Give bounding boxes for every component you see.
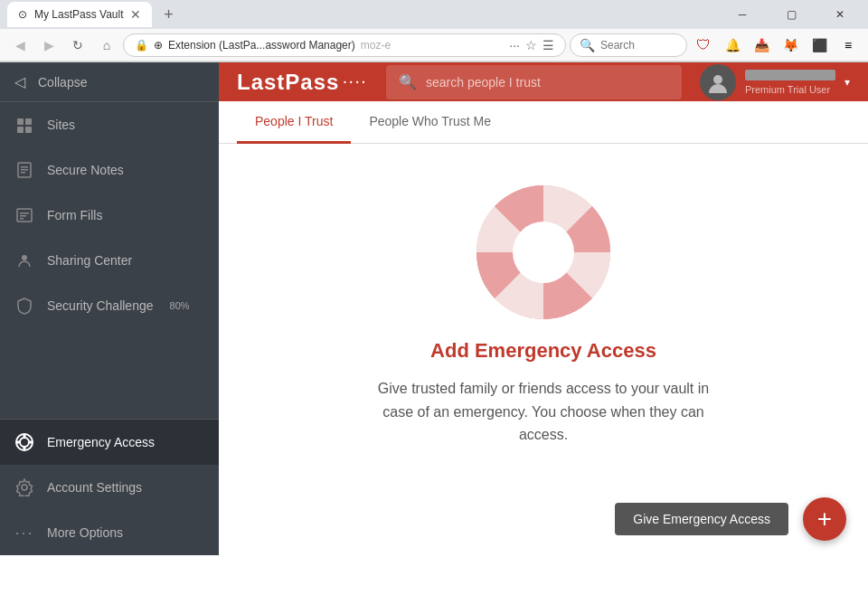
svg-rect-16 xyxy=(24,447,26,451)
svg-rect-1 xyxy=(25,118,32,125)
user-name-bar xyxy=(745,70,835,80)
sites-icon xyxy=(14,115,34,135)
svg-rect-15 xyxy=(24,434,26,439)
security-challenge-label: Security Challenge xyxy=(47,298,154,313)
bookmark-icon[interactable]: ☆ xyxy=(525,38,537,52)
emergency-access-label: Emergency Access xyxy=(47,435,155,449)
user-info: Premium Trial User xyxy=(745,70,835,95)
tab-title: My LastPass Vault xyxy=(34,8,123,21)
svg-point-19 xyxy=(22,485,27,490)
new-tab-button[interactable]: + xyxy=(156,2,181,27)
sharing-center-icon xyxy=(14,250,34,270)
header-search[interactable]: 🔍 xyxy=(386,65,682,99)
sidebar-item-sharing-center[interactable]: Sharing Center xyxy=(0,238,219,283)
tab-close-button[interactable]: ✕ xyxy=(130,7,141,22)
sidebar-item-secure-notes[interactable]: Secure Notes xyxy=(0,147,219,193)
maximize-button[interactable]: ▢ xyxy=(770,0,812,29)
title-bar: ⊙ My LastPass Vault ✕ + ─ ▢ ✕ xyxy=(0,0,868,29)
fab-plus-icon: + xyxy=(817,506,832,532)
search-input[interactable] xyxy=(600,39,673,52)
refresh-button[interactable]: ↻ xyxy=(65,33,90,58)
account-settings-icon xyxy=(14,477,34,497)
security-badge: 80% xyxy=(170,300,190,311)
sharing-center-label: Sharing Center xyxy=(47,253,132,268)
secure-notes-icon xyxy=(14,160,34,180)
give-emergency-access-button[interactable]: Give Emergency Access xyxy=(615,503,788,535)
svg-rect-2 xyxy=(17,127,24,133)
minimize-button[interactable]: ─ xyxy=(722,0,763,29)
user-dropdown-arrow[interactable]: ▾ xyxy=(844,76,850,89)
app-container: ◁ Collapse Sites xyxy=(0,62,868,555)
svg-rect-11 xyxy=(20,218,24,220)
address-bar-icons: ··· ☆ ☰ xyxy=(509,38,554,52)
empty-state-description: Give trusted family or friends access to… xyxy=(372,377,715,447)
reader-icon[interactable]: ☰ xyxy=(542,38,554,52)
header-search-input[interactable] xyxy=(426,75,669,90)
bottom-actions: Give Emergency Access + xyxy=(219,483,868,555)
svg-point-20 xyxy=(713,75,722,84)
lastpass-toolbar-icon[interactable]: 🛡 xyxy=(691,33,716,58)
forward-button[interactable]: ▶ xyxy=(36,33,61,58)
sites-label: Sites xyxy=(47,118,75,132)
alert-toolbar-icon[interactable]: 🔔 xyxy=(720,33,745,58)
account-settings-label: Account Settings xyxy=(47,480,142,495)
lastpass-logo: LastPass ···· xyxy=(237,70,368,95)
extra-toolbar-icon[interactable]: ⬛ xyxy=(807,33,832,58)
address-short: moz-e xyxy=(361,39,391,52)
tabs-bar: People I Trust People Who Trust Me xyxy=(219,101,868,144)
address-text: Extension (LastPa...assword Manager) xyxy=(168,39,355,52)
svg-point-24 xyxy=(513,222,574,283)
sidebar: ◁ Collapse Sites xyxy=(0,62,219,555)
address-bar[interactable]: 🔒 ⊕ Extension (LastPa...assword Manager)… xyxy=(123,33,566,57)
back-button[interactable]: ◀ xyxy=(7,33,33,58)
tab-people-who-trust-me[interactable]: People Who Trust Me xyxy=(351,101,509,144)
nav-bar: ◀ ▶ ↻ ⌂ 🔒 ⊕ Extension (LastPa...assword … xyxy=(0,29,868,61)
svg-rect-10 xyxy=(20,215,26,217)
form-fills-icon xyxy=(14,205,34,225)
tab-people-i-trust[interactable]: People I Trust xyxy=(237,101,351,144)
menu-button[interactable]: ≡ xyxy=(835,33,861,58)
sidebar-item-account-settings[interactable]: Account Settings xyxy=(0,465,219,510)
user-premium-tag: Premium Trial User xyxy=(745,84,835,95)
sidebar-item-emergency-access[interactable]: Emergency Access xyxy=(0,420,219,465)
lifebuoy-illustration xyxy=(471,180,616,325)
close-button[interactable]: ✕ xyxy=(819,0,861,29)
svg-rect-6 xyxy=(21,169,28,171)
collapse-button[interactable]: ◁ Collapse xyxy=(0,62,219,102)
sidebar-bottom: Emergency Access Account Settings ··· Mo… xyxy=(0,419,219,555)
svg-rect-5 xyxy=(21,166,28,168)
search-icon: 🔍 xyxy=(580,38,595,52)
pocket-toolbar-icon[interactable]: 📥 xyxy=(749,33,774,58)
logo-dots: ···· xyxy=(343,75,368,90)
svg-rect-18 xyxy=(29,441,33,444)
more-options-icon: ··· xyxy=(14,523,34,543)
app-header: LastPass ···· 🔍 Premium Trial User xyxy=(219,62,868,101)
secure-icon: 🔒 xyxy=(135,39,148,52)
sidebar-item-sites[interactable]: Sites xyxy=(0,102,219,147)
home-button[interactable]: ⌂ xyxy=(94,33,119,58)
browser-chrome: ⊙ My LastPass Vault ✕ + ─ ▢ ✕ ◀ ▶ ↻ ⌂ 🔒 … xyxy=(0,0,868,62)
fox-toolbar-icon[interactable]: 🦊 xyxy=(778,33,803,58)
browser-search-box[interactable]: 🔍 xyxy=(570,33,687,57)
toolbar-icons: 🛡 🔔 📥 🦊 ⬛ ≡ xyxy=(691,33,861,58)
more-icon[interactable]: ··· xyxy=(509,38,520,52)
window-controls: ─ ▢ ✕ xyxy=(722,0,861,29)
user-avatar xyxy=(700,64,736,100)
header-search-icon: 🔍 xyxy=(399,73,417,90)
main-content: LastPass ···· 🔍 Premium Trial User xyxy=(219,62,868,555)
svg-rect-3 xyxy=(25,127,32,133)
sidebar-item-security-challenge[interactable]: Security Challenge 80% xyxy=(0,283,219,328)
sidebar-item-more-options[interactable]: ··· More Options xyxy=(0,510,219,555)
svg-rect-17 xyxy=(16,441,21,444)
svg-rect-0 xyxy=(17,118,24,125)
header-right: Premium Trial User ▾ xyxy=(700,64,850,100)
svg-point-12 xyxy=(22,255,27,260)
add-fab-button[interactable]: + xyxy=(803,497,846,541)
extension-icon: ⊕ xyxy=(154,39,163,52)
svg-point-14 xyxy=(20,438,29,447)
svg-rect-9 xyxy=(20,213,29,214)
logo-text: LastPass xyxy=(237,70,339,95)
browser-tab[interactable]: ⊙ My LastPass Vault ✕ xyxy=(7,2,152,27)
svg-rect-7 xyxy=(21,172,25,174)
sidebar-item-form-fills[interactable]: Form Fills xyxy=(0,193,219,238)
